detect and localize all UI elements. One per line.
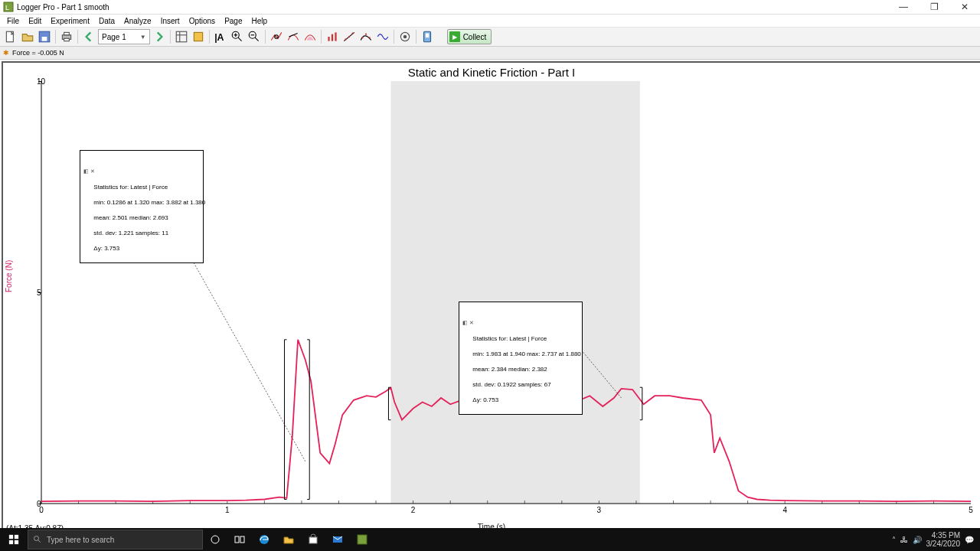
svg-rect-23	[332, 34, 333, 41]
autoscale-icon[interactable]: |A	[213, 29, 228, 44]
page-selector[interactable]: Page 1 ▼	[98, 29, 150, 44]
system-tray[interactable]: ˄ 🖧 🔊 4:35 PM 3/24/2020 💬	[886, 531, 981, 548]
stats-icon[interactable]	[325, 29, 340, 44]
svg-text:|A: |A	[214, 32, 224, 43]
window-maximize-button[interactable]: ❐	[919, 0, 949, 14]
svg-rect-68	[9, 540, 13, 544]
x-tick-label: 5	[969, 506, 973, 514]
collect-label: Collect	[463, 33, 487, 41]
menu-edit[interactable]: Edit	[24, 17, 45, 25]
stats-box-handle-icon[interactable]: ◧ ✕	[462, 320, 579, 327]
sensor-readout: Force = -0.005 N	[12, 49, 64, 57]
cortana-icon[interactable]	[203, 528, 227, 551]
store-icon[interactable]	[301, 528, 325, 551]
x-tick-label: 2	[411, 506, 416, 514]
svg-rect-11	[194, 32, 202, 41]
svg-point-31	[368, 37, 370, 38]
svg-rect-78	[358, 535, 367, 544]
stats-box-1[interactable]: ◧ ✕ Statistics for: Latest | Force min: …	[80, 150, 204, 263]
svg-point-72	[211, 536, 219, 543]
examine-icon[interactable]	[269, 29, 284, 44]
tangent-icon[interactable]	[286, 29, 301, 44]
stats-box-2[interactable]: ◧ ✕ Statistics for: Latest | Force min: …	[459, 302, 583, 415]
sensor-readout-bar: ✱ Force = -0.005 N	[0, 47, 980, 60]
svg-point-30	[365, 34, 367, 35]
tray-chevron-icon[interactable]: ˄	[892, 536, 896, 544]
svg-rect-66	[9, 535, 13, 539]
window-close-button[interactable]: ✕	[949, 0, 980, 14]
menubar: File Edit Experiment Data Analyze Insert…	[0, 15, 980, 28]
file-explorer-icon[interactable]	[276, 528, 301, 551]
windows-taskbar: Type here to search ˄ 🖧 🔊 4:35 PM 3/24/2…	[0, 528, 980, 551]
svg-rect-76	[309, 537, 317, 543]
svg-line-14	[238, 37, 242, 41]
menu-options[interactable]: Options	[185, 17, 219, 25]
y-axis-label[interactable]: Force (N)	[5, 260, 13, 292]
page-selector-label: Page 1	[102, 33, 126, 41]
svg-point-29	[361, 37, 363, 38]
toolbar: Page 1 ▼ |A ▶ Collect	[0, 28, 980, 47]
next-page-icon[interactable]	[152, 29, 167, 44]
svg-rect-6	[64, 32, 70, 34]
model-icon[interactable]	[375, 29, 390, 44]
print-icon[interactable]	[59, 29, 74, 44]
new-file-icon[interactable]	[3, 29, 18, 44]
edge-icon[interactable]	[252, 528, 276, 551]
svg-rect-8	[176, 31, 187, 42]
network-icon[interactable]: 🖧	[900, 536, 908, 544]
store-run-icon[interactable]	[191, 29, 206, 44]
menu-help[interactable]: Help	[247, 17, 271, 25]
linear-fit-icon[interactable]	[341, 29, 357, 44]
search-placeholder: Type here to search	[47, 536, 114, 544]
x-tick-label: 0	[39, 506, 44, 514]
labquest-icon[interactable]	[420, 29, 435, 44]
integral-icon[interactable]	[302, 29, 318, 44]
svg-rect-67	[15, 535, 18, 539]
data-browser-icon[interactable]	[174, 29, 189, 44]
sensor-icon: ✱	[3, 49, 9, 57]
plot-area[interactable]: 0510 012345 ◧ ✕ Statistics for: Latest |…	[41, 81, 971, 504]
taskbar-search[interactable]: Type here to search	[28, 530, 203, 549]
mail-icon[interactable]	[325, 528, 350, 551]
svg-line-18	[255, 37, 259, 41]
x-tick-label: 3	[597, 506, 602, 514]
taskbar-clock[interactable]: 4:35 PM 3/24/2020	[926, 531, 961, 548]
menu-analyze[interactable]: Analyze	[120, 17, 155, 25]
stats-box-1-title: Statistics for: Latest | Force	[93, 184, 168, 191]
menu-data[interactable]: Data	[95, 17, 119, 25]
svg-rect-74	[240, 536, 244, 543]
stats-box-2-title: Statistics for: Latest | Force	[472, 335, 547, 342]
volume-icon[interactable]: 🔊	[913, 536, 922, 544]
search-icon	[33, 535, 42, 544]
zoom-in-icon[interactable]	[230, 29, 245, 44]
zoom-out-icon[interactable]	[247, 29, 262, 44]
data-collection-setup-icon[interactable]	[397, 29, 413, 44]
prev-page-icon[interactable]	[81, 29, 96, 44]
play-icon: ▶	[449, 31, 460, 42]
menu-page[interactable]: Page	[220, 17, 246, 25]
curve-fit-icon[interactable]	[358, 29, 374, 44]
menu-experiment[interactable]: Experiment	[47, 17, 93, 25]
menu-file[interactable]: File	[3, 17, 23, 25]
svg-point-26	[345, 38, 346, 40]
chevron-down-icon: ▼	[140, 34, 146, 41]
svg-rect-36	[390, 81, 639, 504]
svg-rect-24	[335, 32, 336, 41]
notifications-icon[interactable]: 💬	[965, 536, 974, 544]
collect-button[interactable]: ▶ Collect	[447, 29, 492, 44]
save-file-icon[interactable]	[37, 29, 52, 44]
svg-line-71	[38, 540, 41, 543]
menu-insert[interactable]: Insert	[157, 17, 184, 25]
start-button[interactable]	[0, 528, 28, 551]
open-file-icon[interactable]	[20, 29, 35, 44]
svg-point-70	[34, 536, 39, 541]
svg-rect-35	[425, 34, 429, 38]
window-minimize-button[interactable]: —	[888, 0, 919, 14]
svg-point-27	[348, 36, 350, 37]
task-view-icon[interactable]	[227, 528, 252, 551]
window-title: Logger Pro - Part 1 smooth	[17, 3, 109, 11]
svg-rect-4	[42, 37, 47, 41]
loggerpro-taskbar-icon[interactable]	[350, 528, 374, 551]
svg-point-28	[351, 32, 353, 34]
stats-box-handle-icon[interactable]: ◧ ✕	[83, 168, 200, 175]
